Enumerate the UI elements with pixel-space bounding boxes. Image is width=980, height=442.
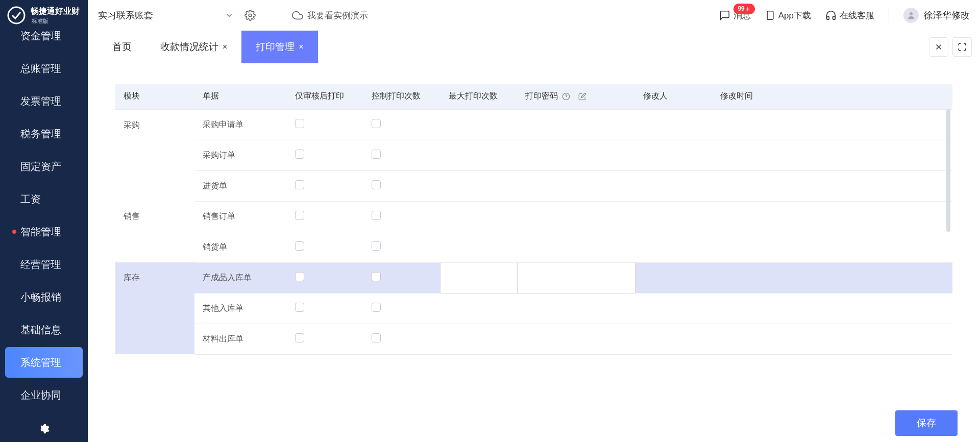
sidebar-item[interactable]: 基础信息 (5, 314, 83, 345)
notification-dot (12, 230, 16, 234)
checkbox[interactable] (372, 241, 381, 251)
max-count-cell (440, 170, 517, 201)
table-row[interactable]: 进货单 (115, 170, 952, 201)
audit-cell (287, 170, 363, 201)
scrollbar[interactable] (946, 109, 950, 232)
modifier-cell (635, 262, 712, 293)
modifier-cell (635, 293, 712, 324)
brand: 畅捷通好业财 标准版 (0, 0, 88, 31)
checkbox[interactable] (372, 180, 381, 189)
doc-cell: 销货单 (194, 232, 287, 262)
brand-title: 畅捷通好业财 (31, 7, 80, 16)
table-row[interactable]: 材料出库单 (115, 324, 952, 354)
th-control-count: 控制打印次数 (363, 84, 440, 109)
svg-rect-2 (767, 11, 773, 20)
audit-cell (287, 262, 363, 293)
checkbox[interactable] (295, 150, 304, 159)
modifier-cell (635, 109, 712, 140)
chevron-down-icon (225, 11, 234, 20)
sidebar-item[interactable]: 系统管理 (5, 347, 83, 378)
app-download-button[interactable]: App下载 (765, 10, 811, 21)
table-row[interactable]: 库存产成品入库单 (115, 262, 952, 293)
sidebar-item[interactable]: 智能管理 (5, 216, 83, 247)
avatar (903, 8, 919, 23)
tab[interactable]: 收款情况统计× (146, 31, 241, 63)
online-service-label: 在线客服 (840, 10, 874, 21)
sidebar-item[interactable]: 经营管理 (5, 249, 83, 280)
tab-label: 首页 (112, 40, 132, 54)
table-row[interactable]: 采购采购申请单 (115, 109, 952, 140)
help-icon[interactable] (562, 92, 570, 101)
settings-icon[interactable] (38, 423, 50, 435)
audit-cell (287, 140, 363, 170)
gear-icon[interactable] (244, 9, 256, 21)
checkbox[interactable] (295, 119, 304, 128)
tab[interactable]: 首页 (98, 31, 146, 63)
sidebar-item-label: 税务管理 (20, 127, 61, 141)
fullscreen-button[interactable] (952, 37, 972, 57)
sidebar-item[interactable]: 企业协同 (5, 380, 83, 410)
checkbox[interactable] (372, 150, 381, 159)
modifier-cell (635, 170, 712, 201)
sidebar-item[interactable]: 税务管理 (5, 118, 83, 149)
account-selector[interactable]: 实习联系账套 (98, 9, 234, 21)
sidebar-item[interactable]: 小畅报销 (5, 282, 83, 312)
checkbox[interactable] (372, 119, 381, 128)
footer: 保存 (88, 404, 980, 442)
th-max-count: 最大打印次数 (440, 84, 517, 109)
header-actions: 消息 99＋ App下载 在线客服 徐泽华修改 (719, 8, 970, 23)
max-count-cell (440, 232, 517, 262)
close-all-tabs-button[interactable] (929, 37, 948, 57)
control-cell (363, 293, 440, 324)
tabs-tools (929, 31, 980, 63)
max-count-cell (440, 201, 517, 232)
tab[interactable]: 打印管理× (241, 31, 317, 63)
sidebar-item[interactable]: 资金管理 (5, 31, 83, 51)
app-download-label: App下载 (778, 10, 811, 21)
modify-time-cell (712, 201, 952, 232)
sidebar-item-label: 资金管理 (20, 31, 61, 43)
audit-cell (287, 324, 363, 354)
online-service-button[interactable]: 在线客服 (825, 10, 874, 21)
sidebar-item[interactable]: 发票管理 (5, 86, 83, 116)
checkbox[interactable] (295, 303, 304, 312)
demo-link[interactable]: 我要看实例演示 (292, 10, 368, 21)
message-icon (719, 10, 730, 21)
close-icon[interactable]: × (223, 42, 227, 52)
table-row[interactable]: 销售销售订单 (115, 201, 952, 232)
sidebar-item[interactable]: 固定资产 (5, 151, 83, 182)
cloud-icon (292, 10, 303, 21)
checkbox[interactable] (372, 303, 381, 312)
edit-icon[interactable] (578, 92, 586, 101)
max-count-cell (440, 109, 517, 140)
divider (889, 8, 889, 22)
table-row[interactable]: 其他入库单 (115, 293, 952, 324)
control-cell (363, 232, 440, 262)
max-count-cell[interactable] (440, 262, 517, 293)
messages-button[interactable]: 消息 99＋ (719, 10, 751, 21)
checkbox[interactable] (372, 333, 381, 342)
checkbox[interactable] (372, 272, 381, 281)
checkbox[interactable] (295, 241, 304, 251)
doc-cell: 材料出库单 (194, 324, 287, 354)
checkbox[interactable] (295, 211, 304, 220)
account-label: 实习联系账套 (98, 9, 153, 21)
demo-label: 我要看实例演示 (307, 10, 368, 21)
sidebar-item[interactable]: 总账管理 (5, 53, 83, 84)
close-icon[interactable]: × (299, 42, 303, 52)
sidebar-item-label: 基础信息 (20, 323, 61, 337)
modifier-cell (635, 324, 712, 354)
password-cell[interactable] (517, 262, 635, 293)
checkbox[interactable] (295, 272, 304, 281)
doc-cell: 进货单 (194, 170, 287, 201)
table-wrap: 模块 单据 仅审核后打印 控制打印次数 最大打印次数 打印密码 (115, 84, 952, 442)
sidebar-item[interactable]: 工资 (5, 184, 83, 214)
checkbox[interactable] (295, 180, 304, 189)
table-row[interactable]: 销货单 (115, 232, 952, 262)
user-menu[interactable]: 徐泽华修改 (903, 8, 970, 23)
save-button[interactable]: 保存 (895, 410, 958, 436)
checkbox[interactable] (372, 211, 381, 220)
table-row[interactable]: 采购订单 (115, 140, 952, 170)
checkbox[interactable] (295, 333, 304, 342)
modifier-cell (635, 232, 712, 262)
